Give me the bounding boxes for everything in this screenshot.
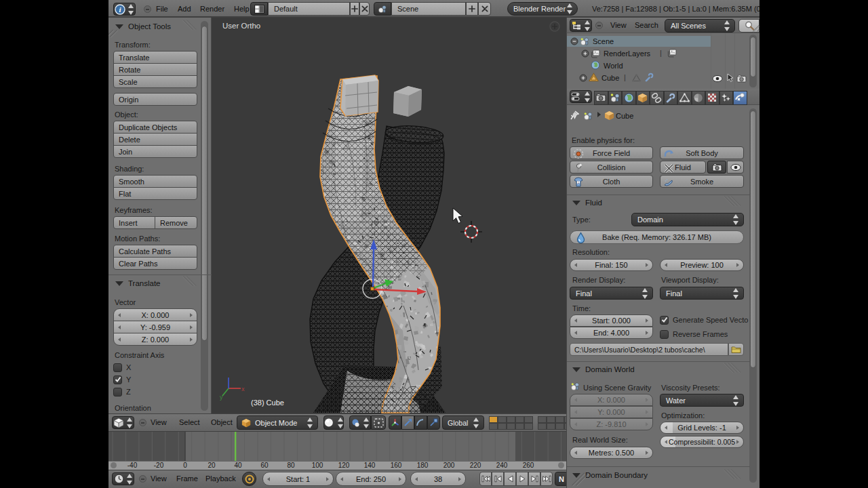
svg-text:User Ortho: User Ortho (222, 22, 260, 30)
svg-text:x: x (241, 386, 245, 392)
svg-text:y: y (220, 394, 223, 401)
svg-text:(38) Cube: (38) Cube (251, 399, 284, 407)
